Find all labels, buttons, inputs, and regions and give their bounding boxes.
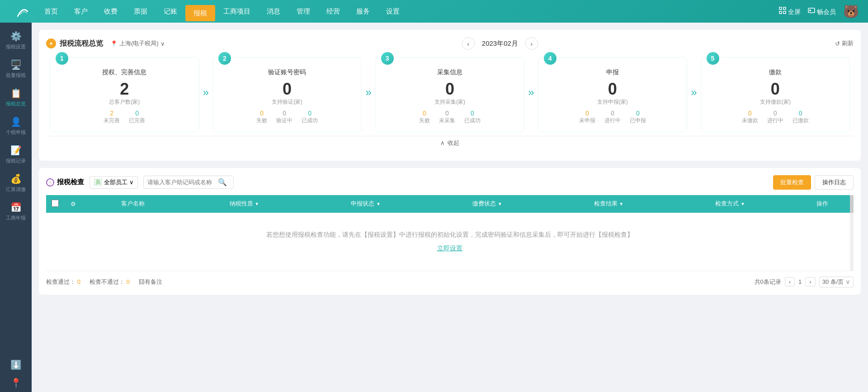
nav-home[interactable]: 首页 [36, 0, 66, 23]
check-title-text: 报税检查 [57, 178, 84, 186]
sidebar-item-tax-record[interactable]: 📝 报税记录 [0, 141, 32, 168]
collapse-row: ∧ 收起 [46, 136, 854, 150]
filter-icon-1[interactable]: ▼ [255, 201, 259, 206]
select-all-checkbox[interactable] [52, 200, 59, 207]
nav-fee[interactable]: 收费 [96, 0, 126, 23]
svg-rect-3 [783, 11, 786, 14]
collapse-icon: ∧ [440, 139, 445, 146]
sidebar-item-tax-settings[interactable]: ⚙️ 报税设置 [0, 27, 32, 54]
check-table: ⚙ 客户名称 纳税性质 ▼ 申报状态 ▼ [46, 195, 854, 213]
step-3-title: 采集信息 [381, 68, 519, 76]
top-navigation: 首页 客户 收费 票据 记账 报税 工商项目 消息 管理 经营 服务 设置 全屏… [0, 0, 868, 23]
step-3-num: 3 [381, 52, 394, 65]
next-page-btn[interactable]: › [805, 277, 815, 287]
sidebar-item-download[interactable]: ⬇️ [9, 356, 24, 374]
filter-icon-3[interactable]: ▼ [498, 201, 502, 206]
filter-icon-5[interactable]: ▼ [741, 201, 745, 206]
step-1-val-1: 0 [135, 110, 139, 117]
nav-tax[interactable]: 报税 [185, 5, 215, 21]
page-size-selector[interactable]: 30 条/页 ∨ [819, 277, 854, 287]
sidebar-item-tax-settings-label: 报税设置 [6, 43, 26, 50]
sidebar-item-overview-label: 报税总览 [6, 100, 26, 107]
sidebar-item-record-label: 报税记录 [6, 158, 26, 164]
sidebar-item-settlement[interactable]: 💰 汇算清缴 [0, 170, 32, 196]
location-selector[interactable]: 📍 上海(电子税局) ∨ [110, 39, 165, 48]
batch-tax-icon: 🖥️ [10, 59, 22, 70]
annual-report-icon: 📅 [10, 202, 22, 213]
right-actions: 批量检查 操作日志 [773, 175, 854, 190]
steps-row: 1 授权、完善信息 2 总客户数(家) 2 未完善 0 已完善 [46, 57, 854, 132]
step-1-val-0: 2 [110, 110, 113, 117]
step-1-count: 2 [56, 80, 193, 98]
nav-bill[interactable]: 票据 [126, 0, 156, 23]
has-note-label: 囧有备注 [139, 278, 162, 286]
step-3-detail: 0 失败 0 未采集 0 已成功 [381, 110, 519, 124]
collapse-btn[interactable]: ∧ 收起 [46, 136, 854, 150]
overview-card: + 报税流程总览 📍 上海(电子税局) ∨ ‹ 2023年02月 › ↺ [39, 30, 861, 161]
staff-badge: 员 [94, 178, 102, 186]
collapse-label: 收起 [448, 139, 459, 147]
sidebar-item-settlement-label: 汇算清缴 [6, 186, 26, 193]
step-1-card: 1 授权、完善信息 2 总客户数(家) 2 未完善 0 已完善 [50, 57, 199, 132]
sidebar-item-location[interactable]: 📍 [9, 374, 24, 392]
check-failed-val[interactable]: 0 [126, 278, 129, 285]
footer-left: 检查通过： 0 检查不通过： 0 囧有备注 [46, 278, 162, 286]
check-passed-val[interactable]: 0 [77, 278, 80, 285]
staff-selector[interactable]: 员 全部员工 ∨ [90, 176, 138, 189]
sidebar-item-batch-tax[interactable]: 🖥️ 批量报税 [0, 56, 32, 82]
step-3-count: 0 [381, 80, 519, 98]
filter-icon-2[interactable]: ▼ [376, 201, 381, 206]
filter-icon-4[interactable]: ▼ [619, 201, 623, 206]
prev-month-btn[interactable]: ‹ [462, 37, 475, 50]
search-icon[interactable]: 🔍 [218, 178, 227, 186]
operation-log-btn[interactable]: 操作日志 [815, 175, 854, 190]
gear-icon[interactable]: ⚙ [71, 201, 76, 207]
nav-operation[interactable]: 经营 [318, 0, 348, 23]
search-input[interactable] [147, 179, 215, 186]
th-check-result: 检查结果 ▼ [548, 195, 670, 213]
svg-rect-1 [783, 7, 786, 10]
nav-accounting[interactable]: 记账 [156, 0, 185, 23]
sidebar-item-annual-report[interactable]: 📅 工商年报 [0, 198, 32, 225]
arrow-4: » [691, 57, 697, 132]
refresh-icon: ↺ [835, 40, 840, 47]
th-operation: 操作 [791, 195, 854, 213]
nav-service[interactable]: 服务 [348, 0, 378, 23]
step-3-sub: 支持采集(家) [381, 98, 519, 106]
sidebar-item-tax-overview[interactable]: 📋 报税总览 [0, 84, 32, 111]
nav-settings[interactable]: 设置 [378, 0, 408, 23]
staff-label: 全部员工 [104, 178, 127, 186]
nav-client[interactable]: 客户 [66, 0, 96, 23]
nav-manage[interactable]: 管理 [288, 0, 318, 23]
sidebar-item-annual-label: 工商年报 [6, 215, 26, 221]
nav-message[interactable]: 消息 [259, 0, 288, 23]
settlement-icon: 💰 [10, 173, 22, 184]
scrollbar-thumb[interactable] [850, 195, 854, 213]
svg-point-5 [809, 10, 811, 11]
vip-btn[interactable]: 畅会员 [808, 7, 836, 16]
step-5-detail: 0 未缴款 0 进行中 0 已缴款 [707, 110, 844, 124]
sidebar-item-personal-tax[interactable]: 👤 个税申报 [0, 113, 32, 139]
th-pay-status: 缴费状态 ▼ [426, 195, 548, 213]
nav-business[interactable]: 工商项目 [215, 0, 259, 23]
prev-page-btn[interactable]: ‹ [785, 277, 795, 287]
refresh-btn[interactable]: ↺ 刷新 [835, 39, 854, 48]
total-records: 共0条记录 [755, 278, 781, 286]
current-page: 1 [798, 278, 802, 285]
overview-title: + 报税流程总览 [46, 38, 103, 48]
step-4-sub: 支持申报(家) [544, 98, 682, 106]
check-header: ○ 报税检查 员 全部员工 ∨ 🔍 批量检查 操作日志 [46, 175, 854, 190]
next-month-btn[interactable]: › [525, 37, 538, 50]
batch-check-btn[interactable]: 批量检查 [773, 175, 811, 190]
arrow-1: » [203, 57, 209, 132]
staff-chevron-icon: ∨ [129, 179, 134, 186]
svg-rect-0 [779, 7, 782, 10]
setting-link[interactable]: 立即设置 [55, 244, 844, 253]
step-2-num: 2 [218, 52, 231, 65]
fullscreen-btn[interactable]: 全屏 [779, 7, 801, 16]
step-5-count: 0 [707, 80, 844, 98]
overview-header: + 报税流程总览 📍 上海(电子税局) ∨ ‹ 2023年02月 › ↺ [46, 37, 854, 50]
page-size-chevron: ∨ [845, 278, 850, 285]
month-navigator: ‹ 2023年02月 › [462, 37, 538, 50]
step-1-detail-0: 2 未完善 [104, 110, 120, 124]
